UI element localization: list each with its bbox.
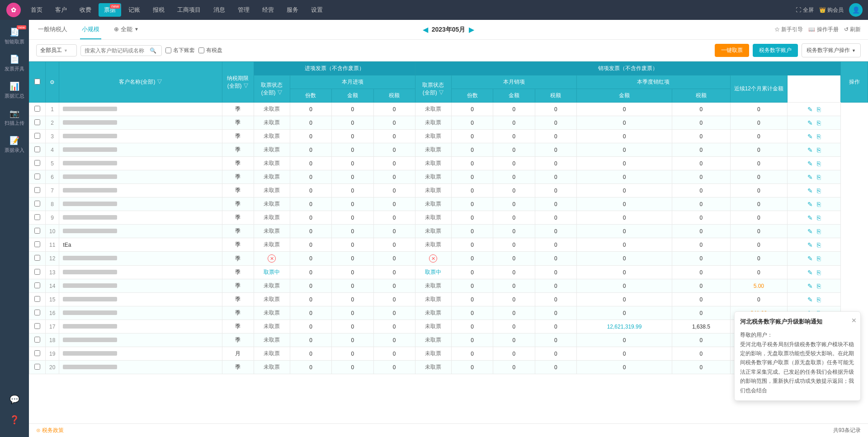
row-select-checkbox[interactable]	[34, 160, 40, 166]
row-select-checkbox[interactable]	[34, 228, 40, 234]
row-checkbox[interactable]	[29, 184, 46, 197]
sidebar-item-summary[interactable]: 📊 票据汇总	[0, 78, 29, 103]
tab-small-scale[interactable]: 小规模	[80, 20, 101, 39]
copy-icon[interactable]: ⎘	[816, 201, 822, 208]
copy-icon[interactable]: ⎘	[816, 282, 822, 290]
row-checkbox[interactable]	[29, 293, 46, 306]
row-checkbox[interactable]	[29, 306, 46, 320]
row-select-checkbox[interactable]	[34, 187, 40, 193]
taxdisk-checkbox[interactable]	[198, 47, 204, 53]
row-select-checkbox[interactable]	[34, 214, 40, 220]
row-select-checkbox[interactable]	[34, 269, 40, 275]
row-checkbox[interactable]	[29, 252, 46, 266]
nav-business[interactable]: 工商项目	[172, 3, 206, 17]
nav-message[interactable]: 消息	[208, 3, 231, 17]
copy-icon[interactable]: ⎘	[816, 106, 822, 113]
settings-icon[interactable]: ⚙	[50, 79, 55, 85]
copy-icon[interactable]: ⎘	[816, 269, 822, 276]
fullscreen-button[interactable]: ⛶ 全屏	[796, 6, 813, 14]
nav-tax[interactable]: 报税	[147, 3, 170, 17]
nav-service[interactable]: 服务	[281, 3, 304, 17]
row-select-checkbox[interactable]	[34, 296, 40, 302]
row-select-checkbox[interactable]	[34, 241, 40, 247]
sidebar-item-record[interactable]: 📝 票据录入	[0, 132, 29, 157]
edit-icon[interactable]: ✎	[806, 146, 814, 154]
tax-policy-link[interactable]: ⊙ 税务政策	[36, 427, 64, 434]
nav-client[interactable]: 客户	[50, 3, 72, 17]
nav-billing[interactable]: 收费	[74, 3, 97, 17]
row-select-checkbox[interactable]	[34, 174, 40, 179]
copy-icon[interactable]: ⎘	[816, 255, 822, 262]
row-checkbox[interactable]	[29, 334, 46, 347]
th-client-name[interactable]: 客户名称(全部) ▽	[59, 62, 222, 103]
row-checkbox[interactable]	[29, 116, 46, 130]
row-checkbox[interactable]	[29, 211, 46, 225]
tab-general-taxpayer[interactable]: 一般纳税人	[36, 20, 69, 39]
edit-icon[interactable]: ✎	[806, 241, 814, 249]
sidebar-item-chat[interactable]: 💬	[8, 391, 21, 409]
row-select-checkbox[interactable]	[34, 106, 40, 112]
nav-settings[interactable]: 设置	[306, 3, 328, 17]
user-avatar[interactable]: 👤	[849, 3, 863, 17]
copy-icon[interactable]: ⎘	[816, 296, 822, 303]
row-select-checkbox[interactable]	[34, 282, 40, 288]
member-button[interactable]: 👑 购会员	[819, 6, 844, 14]
th-out-fetch-status[interactable]: 取票状态(全部) ▽	[415, 75, 451, 103]
copy-icon[interactable]: ⎘	[816, 214, 822, 221]
select-all-checkbox[interactable]	[34, 79, 40, 85]
edit-icon[interactable]: ✎	[806, 174, 814, 181]
copy-icon[interactable]: ⎘	[816, 174, 822, 181]
sidebar-item-smart-invoice[interactable]: 🧾 智能取票 new	[0, 23, 29, 49]
copy-icon[interactable]: ⎘	[816, 187, 822, 194]
row-checkbox[interactable]	[29, 170, 46, 184]
row-checkbox[interactable]	[29, 143, 46, 157]
nav-accounting[interactable]: 记账	[123, 3, 146, 17]
nav-invoice[interactable]: 票据 new	[99, 3, 121, 17]
th-in-fetch-status[interactable]: 取票状态(全部) ▽	[254, 75, 290, 103]
edit-icon[interactable]: ✎	[806, 269, 814, 276]
edit-icon[interactable]: ✎	[806, 201, 814, 208]
copy-icon[interactable]: ⎘	[816, 133, 822, 140]
next-month-button[interactable]: ▶	[469, 25, 474, 34]
copy-icon[interactable]: ⎘	[816, 228, 822, 235]
edit-icon[interactable]: ✎	[806, 255, 814, 262]
one-click-invoice-button[interactable]: 一键取票	[715, 44, 749, 57]
digital-account-operation-button[interactable]: 税务数字账户操作 ▼	[802, 43, 861, 57]
row-select-checkbox[interactable]	[34, 323, 40, 329]
row-checkbox[interactable]	[29, 157, 46, 170]
nav-home[interactable]: 首页	[25, 3, 48, 17]
row-select-checkbox[interactable]	[34, 119, 40, 125]
row-select-checkbox[interactable]	[34, 337, 40, 343]
nav-operation[interactable]: 经营	[257, 3, 279, 17]
edit-icon[interactable]: ✎	[806, 106, 814, 113]
row-select-checkbox[interactable]	[34, 133, 40, 139]
row-select-checkbox[interactable]	[34, 255, 40, 261]
checkbox-account[interactable]: 名下账套	[165, 47, 195, 54]
row-checkbox[interactable]	[29, 266, 46, 279]
row-checkbox[interactable]	[29, 238, 46, 252]
row-checkbox[interactable]	[29, 197, 46, 211]
edit-icon[interactable]: ✎	[806, 119, 814, 127]
row-checkbox[interactable]	[29, 130, 46, 143]
copy-icon[interactable]: ⎘	[816, 241, 822, 249]
row-checkbox[interactable]	[29, 279, 46, 293]
row-checkbox[interactable]	[29, 361, 46, 374]
sidebar-item-help[interactable]: ❓	[8, 411, 21, 430]
edit-icon[interactable]: ✎	[806, 214, 814, 221]
edit-icon[interactable]: ✎	[806, 187, 814, 194]
manual-button[interactable]: 📖 操作手册	[808, 26, 838, 33]
employee-select[interactable]: 全部员工 ▼	[36, 44, 77, 56]
row-checkbox[interactable]	[29, 347, 46, 361]
nav-manage[interactable]: 管理	[232, 3, 255, 17]
copy-icon[interactable]: ⎘	[816, 119, 822, 127]
row-checkbox[interactable]	[29, 225, 46, 238]
edit-icon[interactable]: ✎	[806, 296, 814, 303]
checkbox-taxdisk[interactable]: 有税盘	[198, 47, 222, 54]
popup-close-button[interactable]: ✕	[851, 315, 857, 325]
edit-icon[interactable]: ✎	[806, 160, 814, 167]
row-select-checkbox[interactable]	[34, 310, 40, 315]
tab-all-capable[interactable]: ⊕ 全能 ▼	[112, 20, 141, 39]
digital-account-button[interactable]: 税务数字账户	[753, 44, 798, 57]
th-tax-period[interactable]: 纳税期限(全部) ▽	[222, 62, 254, 103]
search-input[interactable]	[85, 47, 148, 54]
